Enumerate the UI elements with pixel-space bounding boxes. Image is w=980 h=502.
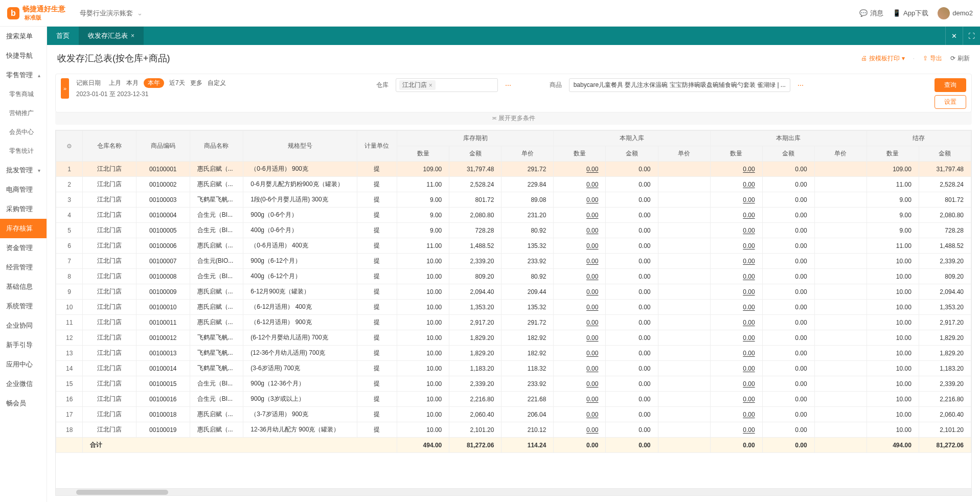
table-row[interactable]: 18江北门店00100019惠氏启赋（...12-36月幼儿配方 900克（罐装… xyxy=(56,422,971,438)
out-qty-link[interactable]: 0.00 xyxy=(743,426,755,433)
sidebar-item[interactable]: 系统管理 xyxy=(0,296,47,316)
table-row[interactable]: 10江北门店00100010惠氏启赋（...（6-12月适用） 400克提10.… xyxy=(56,300,971,315)
sidebar-item[interactable]: 快捷导航 xyxy=(0,46,47,65)
table-row[interactable]: 2江北门店00100002惠氏启赋（...0-6月婴儿配方奶粉900克（罐装）提… xyxy=(56,177,971,192)
query-button[interactable]: 查询 xyxy=(935,78,966,92)
table-row[interactable]: 8江北门店00100008合生元（BI...400g（6-12个月）提10.00… xyxy=(56,269,971,284)
out-qty-link[interactable]: 0.00 xyxy=(743,304,755,311)
user-menu[interactable]: demo2 xyxy=(938,7,973,19)
table-row[interactable]: 12江北门店00100012飞鹤星飞帆...(6-12个月婴幼儿适用) 700克… xyxy=(56,330,971,346)
in-qty-link[interactable]: 0.00 xyxy=(586,334,598,341)
in-qty-link[interactable]: 0.00 xyxy=(586,166,598,173)
print-button[interactable]: 🖨按模板打印▾ xyxy=(861,54,905,63)
sidebar-subitem[interactable]: 零售统计 xyxy=(0,142,47,161)
in-qty-link[interactable]: 0.00 xyxy=(586,181,598,188)
out-qty-link[interactable]: 0.00 xyxy=(743,411,755,418)
out-qty-link[interactable]: 0.00 xyxy=(743,242,755,249)
out-qty-link[interactable]: 0.00 xyxy=(743,334,755,341)
table-row[interactable]: 13江北门店00100013飞鹤星飞帆...(12-36个月幼儿适用) 700克… xyxy=(56,346,971,361)
out-qty-link[interactable]: 0.00 xyxy=(743,258,755,265)
sidebar-subitem[interactable]: 会员中心 xyxy=(0,123,47,142)
out-qty-link[interactable]: 0.00 xyxy=(743,212,755,219)
in-qty-link[interactable]: 0.00 xyxy=(586,258,598,265)
preset-custom[interactable]: 自定义 xyxy=(208,79,226,87)
out-qty-link[interactable]: 0.00 xyxy=(743,396,755,403)
refresh-button[interactable]: ⟳刷新 xyxy=(950,54,970,63)
in-qty-link[interactable]: 0.00 xyxy=(586,227,598,234)
in-qty-link[interactable]: 0.00 xyxy=(586,396,598,403)
in-qty-link[interactable]: 0.00 xyxy=(586,242,598,249)
table-row[interactable]: 15江北门店00100015合生元（BI...900g（12-36个月）提10.… xyxy=(56,376,971,392)
expand-conditions[interactable]: ≍ 展开更多条件 xyxy=(55,112,972,125)
warehouse-input[interactable]: 江北门店× xyxy=(396,78,498,92)
in-qty-link[interactable]: 0.00 xyxy=(586,288,598,295)
in-qty-link[interactable]: 0.00 xyxy=(586,212,598,219)
tabs-close-icon[interactable]: ✕ xyxy=(945,27,963,45)
table-row[interactable]: 16江北门店00100016合生元（BI...900g（3岁或以上）提10.00… xyxy=(56,392,971,407)
sidebar-item[interactable]: 畅会员 xyxy=(0,394,47,413)
close-icon[interactable]: × xyxy=(131,32,134,39)
out-qty-link[interactable]: 0.00 xyxy=(743,380,755,387)
sidebar-subitem[interactable]: 营销推广 xyxy=(0,104,47,123)
sidebar-item[interactable]: 批发管理▾ xyxy=(0,161,47,180)
goods-picker-icon[interactable]: ⋯ xyxy=(797,82,804,89)
column-settings[interactable]: ⚙ xyxy=(56,131,83,162)
table-row[interactable]: 11江北门店00100011惠氏启赋（...（6-12月适用） 900克提10.… xyxy=(56,315,971,330)
out-qty-link[interactable]: 0.00 xyxy=(743,319,755,326)
table-row[interactable]: 14江北门店00100014飞鹤星飞帆...(3-6岁适用) 700克提10.0… xyxy=(56,361,971,376)
in-qty-link[interactable]: 0.00 xyxy=(586,273,598,280)
table-row[interactable]: 1江北门店00100001惠氏启赋（...（0-6月适用） 900克提109.0… xyxy=(56,162,971,177)
out-qty-link[interactable]: 0.00 xyxy=(743,365,755,372)
tab-report[interactable]: 收发存汇总表× xyxy=(79,27,144,45)
settings-button[interactable]: 设置 xyxy=(935,95,966,109)
sidebar-item[interactable]: 新手引导 xyxy=(0,335,47,355)
data-grid[interactable]: ⚙ 仓库名称 商品编码 商品名称 规格型号 计量单位 库存期初 本期入库 本期出… xyxy=(55,130,972,489)
tab-home[interactable]: 首页 xyxy=(47,27,79,45)
scroll-thumb[interactable] xyxy=(76,490,168,495)
in-qty-link[interactable]: 0.00 xyxy=(586,304,598,311)
goods-input[interactable]: babycare儿童餐具 婴儿注水保温碗 宝宝防摔碗吸盘碗辅食碗勺套装 雀湖绿 … xyxy=(569,78,790,92)
messages-link[interactable]: 💬消息 xyxy=(859,9,883,18)
table-row[interactable]: 3江北门店00100003飞鹤星飞帆...1段(0-6个月婴儿适用) 300克提… xyxy=(56,192,971,208)
preset-this-year[interactable]: 本年 xyxy=(144,78,164,88)
table-row[interactable]: 4江北门店00100004合生元（BI...900g（0-6个月）提9.002,… xyxy=(56,208,971,223)
in-qty-link[interactable]: 0.00 xyxy=(586,365,598,372)
preset-more[interactable]: 更多 xyxy=(190,79,202,87)
out-qty-link[interactable]: 0.00 xyxy=(743,181,755,188)
sidebar-item[interactable]: 企业微信 xyxy=(0,374,47,394)
sidebar-item[interactable]: 库存核算 xyxy=(0,219,47,238)
preset-prev-month[interactable]: 上月 xyxy=(109,79,121,87)
preset-7days[interactable]: 近7天 xyxy=(169,79,185,87)
table-row[interactable]: 7江北门店00100007合生元(BIO...900g（6-12个月）提10.0… xyxy=(56,254,971,269)
sidebar-item[interactable]: 基础信息 xyxy=(0,277,47,296)
app-download-link[interactable]: 📱App下载 xyxy=(893,9,928,18)
sidebar-item[interactable]: 零售管理▴ xyxy=(0,65,47,85)
table-row[interactable]: 5江北门店00100005合生元（BI...400g（0-6个月）提9.0072… xyxy=(56,223,971,238)
fullscreen-icon[interactable]: ⛶ xyxy=(963,27,980,45)
sidebar-item[interactable]: 经营管理 xyxy=(0,258,47,277)
out-qty-link[interactable]: 0.00 xyxy=(743,350,755,357)
table-row[interactable]: 17江北门店00100018惠氏启赋（...（3-7岁适用） 900克提10.0… xyxy=(56,407,971,422)
out-qty-link[interactable]: 0.00 xyxy=(743,227,755,234)
out-qty-link[interactable]: 0.00 xyxy=(743,288,755,295)
in-qty-link[interactable]: 0.00 xyxy=(586,426,598,433)
out-qty-link[interactable]: 0.00 xyxy=(743,196,755,203)
sidebar-item[interactable]: 企业协同 xyxy=(0,316,47,335)
in-qty-link[interactable]: 0.00 xyxy=(586,411,598,418)
in-qty-link[interactable]: 0.00 xyxy=(586,350,598,357)
out-qty-link[interactable]: 0.00 xyxy=(743,273,755,280)
in-qty-link[interactable]: 0.00 xyxy=(586,380,598,387)
org-selector[interactable]: 母婴行业演示账套 ⌄ xyxy=(80,9,143,18)
out-qty-link[interactable]: 0.00 xyxy=(743,166,755,173)
warehouse-picker-icon[interactable]: ⋯ xyxy=(505,82,512,89)
in-qty-link[interactable]: 0.00 xyxy=(586,196,598,203)
in-qty-link[interactable]: 0.00 xyxy=(586,319,598,326)
sidebar-item[interactable]: 应用中心 xyxy=(0,355,47,374)
collapse-filter-button[interactable]: » xyxy=(61,78,69,99)
sidebar-item[interactable]: 搜索菜单 xyxy=(0,27,47,46)
horizontal-scrollbar[interactable] xyxy=(55,489,972,496)
table-row[interactable]: 9江北门店00100009惠氏启赋（...6-12月900克（罐装）提10.00… xyxy=(56,284,971,300)
sidebar-item[interactable]: 资金管理 xyxy=(0,238,47,258)
table-row[interactable]: 6江北门店00100006惠氏启赋（...（0-6月适用） 400克提11.00… xyxy=(56,238,971,254)
chip-remove-icon[interactable]: × xyxy=(429,82,432,89)
